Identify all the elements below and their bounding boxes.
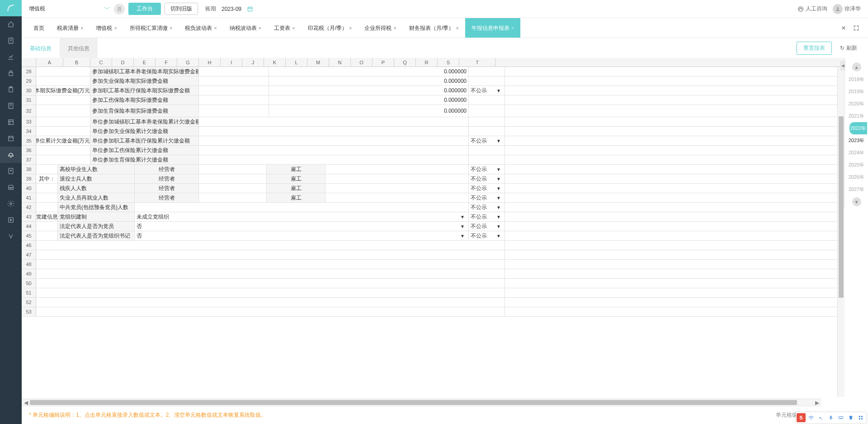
tab-6[interactable]: 工资表× — [268, 18, 301, 38]
row-header[interactable]: 52 — [22, 298, 36, 307]
value-cell[interactable]: 0.000000 — [269, 105, 469, 117]
value-cell[interactable] — [199, 117, 469, 126]
nav-v-icon[interactable] — [0, 228, 22, 244]
year-item[interactable]: 2021年 — [848, 110, 865, 122]
calendar-icon[interactable] — [247, 6, 253, 12]
row-header[interactable]: 47 — [22, 250, 36, 259]
input-cell-1[interactable] — [199, 165, 267, 174]
subtab-other[interactable]: 其他信息 — [60, 38, 98, 58]
nav-export-icon[interactable] — [0, 163, 22, 179]
hscroll-thumb[interactable] — [30, 400, 797, 405]
ime-skin-icon[interactable] — [846, 413, 855, 422]
tab-expand-icon[interactable] — [850, 22, 863, 34]
tab-close-icon[interactable]: × — [114, 25, 117, 31]
nav-calendar-icon[interactable] — [0, 130, 22, 147]
input-cell-1[interactable] — [199, 174, 267, 183]
nav-doc-icon[interactable] — [0, 33, 22, 49]
nav-settings-icon[interactable] — [0, 195, 22, 212]
value-cell[interactable] — [199, 136, 469, 145]
row-header[interactable]: 51 — [22, 288, 36, 297]
year-item[interactable]: 2022年 — [849, 122, 867, 134]
input-cell[interactable] — [199, 76, 269, 86]
col-header-A[interactable]: A — [36, 58, 63, 67]
value-cell[interactable] — [135, 203, 469, 212]
empty-cell[interactable] — [36, 260, 505, 269]
year-item[interactable]: 2023年 — [848, 134, 865, 147]
col-header-P[interactable]: P — [373, 58, 394, 67]
empty-cell[interactable] — [36, 298, 505, 307]
tab-7[interactable]: 印花税（月/季）× — [302, 18, 359, 38]
col-header-D[interactable]: D — [112, 58, 134, 67]
ime-logo-icon[interactable]: S — [797, 413, 806, 422]
publish-cell[interactable]: 不公示▼ — [469, 193, 505, 202]
ime-lang-button[interactable]: 中 — [807, 413, 816, 422]
value-cell[interactable]: 0.000000 — [269, 67, 469, 76]
tab-close-all-icon[interactable]: ✕ — [837, 22, 850, 34]
hscroll-right-icon[interactable]: ▶ — [813, 399, 821, 406]
publish-cell[interactable]: 不公示▼ — [469, 231, 505, 240]
row-header[interactable]: 30 — [22, 86, 36, 95]
nav-clipboard-icon[interactable] — [0, 81, 22, 98]
tab-4[interactable]: 税负波动表× — [179, 18, 223, 38]
year-panel-collapse-icon[interactable]: ◀ — [840, 61, 845, 71]
tab-close-icon[interactable]: × — [393, 25, 396, 31]
col-header-N[interactable]: N — [329, 58, 351, 67]
col-header-H[interactable]: H — [199, 58, 221, 67]
col-header-G[interactable]: G — [177, 58, 199, 67]
nav-home-icon[interactable] — [0, 16, 22, 33]
doc-icon-button[interactable] — [114, 4, 125, 14]
col-header-Q[interactable]: Q — [394, 58, 416, 67]
corner-cell[interactable] — [22, 58, 36, 67]
consult-link[interactable]: 人工咨询 — [797, 5, 827, 13]
nav-calc-icon[interactable] — [0, 98, 22, 114]
year-item[interactable]: 2018年 — [848, 73, 865, 86]
tab-1[interactable]: 税表清册× — [51, 18, 90, 38]
input-cell-2[interactable] — [326, 165, 469, 174]
tab-2[interactable]: 增值税× — [90, 18, 123, 38]
input-cell-1[interactable] — [199, 193, 267, 202]
input-cell-2[interactable] — [326, 174, 469, 183]
value-cell[interactable]: 0.000000 — [269, 86, 469, 95]
module-dropdown[interactable]: 增值税 ﹀ — [29, 5, 110, 13]
row-header[interactable]: 43 — [22, 212, 36, 221]
col-header-F[interactable]: F — [156, 58, 177, 67]
year-down-icon[interactable]: ▼ — [852, 197, 861, 206]
col-header-S[interactable]: S — [438, 58, 459, 67]
publish-cell[interactable]: 不公示▼ — [469, 174, 505, 183]
refresh-button[interactable]: ↻ 刷新 — [836, 42, 861, 54]
empty-cell[interactable] — [36, 250, 505, 259]
ime-punct-icon[interactable]: •, — [816, 413, 826, 422]
year-item[interactable]: 2020年 — [848, 98, 865, 110]
nav-chart-icon[interactable] — [0, 49, 22, 65]
nav-inbox-icon[interactable] — [0, 179, 22, 195]
col-header-E[interactable]: E — [134, 58, 156, 67]
publish-cell[interactable]: 不公示▼ — [469, 165, 505, 174]
switch-old-button[interactable]: 切到旧版 — [165, 3, 198, 15]
row-header[interactable]: 41 — [22, 193, 36, 202]
row-header[interactable]: 33 — [22, 117, 36, 126]
empty-cell[interactable] — [36, 279, 505, 288]
subtab-basic[interactable]: 基础信息 — [22, 38, 60, 58]
tab-10[interactable]: 年报信息申报表× — [465, 18, 520, 38]
col-header-M[interactable]: M — [307, 58, 329, 67]
year-item[interactable]: 2026年 — [848, 171, 865, 183]
empty-cell[interactable] — [36, 288, 505, 297]
row-header[interactable]: 40 — [22, 184, 36, 193]
user-menu[interactable]: 徐泽华 — [833, 4, 861, 14]
value-cell[interactable]: 否▼ — [135, 222, 469, 231]
nav-template-icon[interactable] — [0, 114, 22, 130]
empty-cell[interactable] — [36, 241, 505, 250]
value-cell[interactable] — [199, 127, 469, 136]
hscroll-left-icon[interactable]: ◀ — [22, 399, 30, 406]
nav-money-icon[interactable] — [0, 65, 22, 81]
value-cell[interactable]: 0.000000 — [269, 95, 469, 105]
tab-close-icon[interactable]: × — [214, 25, 217, 31]
publish-cell[interactable]: 不公示▼ — [469, 203, 505, 212]
workspace-button[interactable]: 工作台 — [128, 3, 161, 15]
input-cell[interactable] — [199, 86, 269, 95]
ime-tools-icon[interactable] — [856, 413, 865, 422]
vertical-scrollbar[interactable] — [837, 67, 844, 397]
row-header[interactable]: 37 — [22, 155, 36, 164]
empty-cell[interactable] — [36, 307, 505, 316]
col-header-J[interactable]: J — [242, 58, 264, 67]
